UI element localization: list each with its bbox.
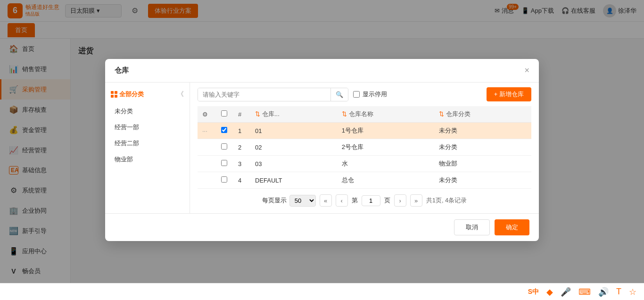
th-check xyxy=(216,106,233,123)
row-code-1: 01 xyxy=(250,123,337,139)
sougou-icon[interactable]: S中 xyxy=(528,288,539,296)
modal-title: 仓库 xyxy=(115,66,129,75)
category-item-uncategorized[interactable]: 未分类 xyxy=(105,103,190,119)
table-row[interactable]: 3 03 水 物业部 xyxy=(198,156,531,172)
collapse-button[interactable]: 《 xyxy=(177,90,184,99)
th-num: # xyxy=(233,106,250,123)
category-panel: 全部分类 《 未分类 经营一部 经营二部 物业部 xyxy=(105,83,190,213)
warehouse-table: ⚙ # ⇅仓库... ⇅仓库名称 ⇅仓库分类 ··· 1 xyxy=(198,106,531,189)
cancel-button[interactable]: 取消 xyxy=(454,219,490,235)
row-num-4: 4 xyxy=(233,172,250,189)
table-header: ⚙ # ⇅仓库... ⇅仓库名称 ⇅仓库分类 xyxy=(198,106,531,123)
row-checkbox-1[interactable] xyxy=(221,127,227,133)
row-num-1: 1 xyxy=(233,123,250,139)
warehouse-toolbar: 🔍 显示停用 + 新增仓库 xyxy=(198,87,531,101)
table-row[interactable]: 4 DEFAULT 总仓 未分类 xyxy=(198,172,531,189)
category-item-property[interactable]: 物业部 xyxy=(105,151,190,167)
sort-code-icon: ⇅ xyxy=(255,110,260,117)
keyboard-icon[interactable]: ⌨ xyxy=(578,287,591,297)
th-category: ⇅仓库分类 xyxy=(434,106,531,123)
table-body: ··· 1 01 1号仓库 未分类 2 02 2号仓库 xyxy=(198,123,531,189)
mic-icon[interactable]: 🎤 xyxy=(561,287,571,297)
page-number-input[interactable] xyxy=(362,195,380,206)
row-category-4: 未分类 xyxy=(434,172,531,189)
page-label: 第 xyxy=(352,196,358,205)
warehouse-modal: 仓库 × 全部分类 《 未分类 经营一部 经营二部 物业 xyxy=(105,59,539,241)
text-icon[interactable]: T xyxy=(616,287,621,297)
per-page-area: 每页显示 50 100 200 xyxy=(262,195,316,207)
row-category-3: 物业部 xyxy=(434,156,531,172)
search-wrap: 🔍 xyxy=(198,88,348,101)
search-icon[interactable]: 🔍 xyxy=(330,88,348,101)
row-num-2: 2 xyxy=(233,139,250,156)
show-disabled-label[interactable]: 显示停用 xyxy=(353,90,387,99)
category-item-dept2[interactable]: 经营二部 xyxy=(105,135,190,151)
pagination: 每页显示 50 100 200 « ‹ 第 页 › » 共1页, 4条记录 xyxy=(198,189,531,208)
row-category-2: 未分类 xyxy=(434,139,531,156)
table-row[interactable]: ··· 1 01 1号仓库 未分类 xyxy=(198,123,531,139)
show-disabled-checkbox[interactable] xyxy=(353,91,360,98)
confirm-button[interactable]: 确定 xyxy=(495,219,529,235)
row-code-3: 03 xyxy=(250,156,337,172)
page-prev-button[interactable]: ‹ xyxy=(336,194,348,207)
th-name: ⇅仓库名称 xyxy=(337,106,434,123)
modal-close-button[interactable]: × xyxy=(524,66,529,75)
row-checkbox-3[interactable] xyxy=(221,160,227,166)
row-actions-2[interactable] xyxy=(198,139,216,156)
modal-header: 仓库 × xyxy=(105,59,539,83)
row-checkbox-4[interactable] xyxy=(221,176,227,183)
row-name-3: 水 xyxy=(337,156,434,172)
sort-name-icon: ⇅ xyxy=(342,110,347,117)
page-first-button[interactable]: « xyxy=(320,194,332,207)
warehouse-content-panel: 🔍 显示停用 + 新增仓库 ⚙ # ⇅仓库. xyxy=(190,83,539,213)
row-name-4: 总仓 xyxy=(337,172,434,189)
all-category-label: 全部分类 xyxy=(119,90,144,99)
row-actions-1[interactable]: ··· xyxy=(198,123,216,139)
show-disabled-text: 显示停用 xyxy=(363,90,387,99)
row-name-2: 2号仓库 xyxy=(337,139,434,156)
th-gear: ⚙ xyxy=(198,106,216,123)
row-actions-3[interactable] xyxy=(198,156,216,172)
select-all-checkbox[interactable] xyxy=(221,110,227,117)
search-input[interactable] xyxy=(198,88,330,101)
row-code-4: DEFAULT xyxy=(250,172,337,189)
row-name-1: 1号仓库 xyxy=(337,123,434,139)
page-unit: 页 xyxy=(384,196,390,205)
modal-footer: 取消 确定 xyxy=(105,213,539,241)
speaker-icon[interactable]: 🔊 xyxy=(598,287,609,297)
per-page-label: 每页显示 xyxy=(262,196,287,205)
diamond-icon[interactable]: ◆ xyxy=(546,287,553,297)
category-panel-header: 全部分类 《 xyxy=(105,87,190,103)
row-category-1: 未分类 xyxy=(434,123,531,139)
row-actions-4[interactable] xyxy=(198,172,216,189)
page-last-button[interactable]: » xyxy=(410,194,422,207)
row-checkbox-2[interactable] xyxy=(221,143,227,150)
sort-category-icon: ⇅ xyxy=(439,110,444,117)
modal-body: 全部分类 《 未分类 经营一部 经营二部 物业部 🔍 xyxy=(105,83,539,213)
category-item-dept1[interactable]: 经营一部 xyxy=(105,119,190,135)
page-next-button[interactable]: › xyxy=(394,194,406,207)
th-code: ⇅仓库... xyxy=(250,106,337,123)
all-category-button[interactable]: 全部分类 xyxy=(111,90,144,99)
row-code-2: 02 xyxy=(250,139,337,156)
add-warehouse-button[interactable]: + 新增仓库 xyxy=(487,87,531,101)
table-row[interactable]: 2 02 2号仓库 未分类 xyxy=(198,139,531,156)
per-page-select[interactable]: 50 100 200 xyxy=(289,195,316,207)
modal-overlay: 仓库 × 全部分类 《 未分类 经营一部 经营二部 物业 xyxy=(0,0,644,300)
page-total-info: 共1页, 4条记录 xyxy=(426,196,467,205)
star-icon[interactable]: ☆ xyxy=(629,287,636,297)
grid-icon xyxy=(111,91,117,98)
bottom-bar: S中 ◆ 🎤 ⌨ 🔊 T ☆ xyxy=(0,283,644,300)
row-num-3: 3 xyxy=(233,156,250,172)
